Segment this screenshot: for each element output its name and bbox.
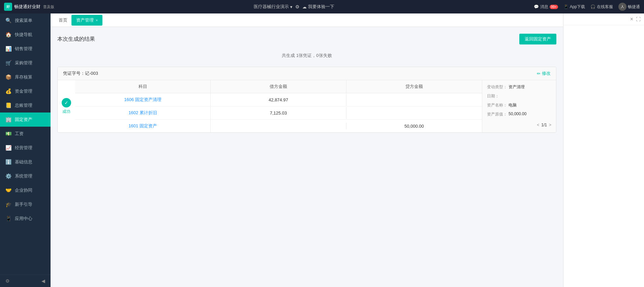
sidebar-item-guide[interactable]: 🎓 新手引导 (0, 197, 51, 212)
credit-cell-1 (346, 109, 482, 116)
checkmark-icon: ✓ (64, 100, 68, 105)
table-body: 1606 固定资产清理 42,874.97 1602 累计折旧 (75, 93, 482, 132)
subject-cell-2[interactable]: 1601 固定资产 (75, 120, 211, 132)
debit-value-0: 42,874.97 (269, 97, 288, 102)
online-service-label: 在线客服 (597, 4, 613, 10)
tab-home[interactable]: 首页 (56, 17, 70, 23)
edit-icon: ✏ (537, 71, 541, 76)
sidebar-label-ledger: 总账管理 (15, 102, 32, 108)
col-subject-label: 科目 (139, 84, 147, 89)
system-icon: ⚙️ (5, 173, 11, 179)
asset-value-value: 50,000.00 (509, 111, 526, 116)
experience-button[interactable]: ☁ 我要体验一下 (302, 4, 334, 10)
return-button[interactable]: 返回固定资产 (519, 34, 556, 44)
sidebar-item-search[interactable]: 🔍 搜索菜单 (0, 13, 51, 28)
summary-text: 共生成 1张凭证，0张失败 (282, 53, 332, 58)
header-left: 好 畅捷通好业财 普及版 (4, 3, 54, 11)
ledger-icon: 📒 (5, 102, 11, 108)
sidebar-label-operations: 经营管理 (15, 145, 32, 151)
sidebar-item-ledger[interactable]: 📒 总账管理 (0, 98, 51, 113)
page-indicator: 1/1 (541, 123, 547, 127)
table-row: 1601 固定资产 50,000.00 (75, 120, 482, 132)
edit-button[interactable]: ✏ 修改 (537, 70, 551, 76)
user-action[interactable]: 人 畅捷通 (618, 3, 640, 11)
sidebar-label-purchase: 采购管理 (15, 60, 32, 66)
cloud-icon: ☁ (302, 4, 307, 9)
sidebar-item-app-center[interactable]: 📱 应用中心 (0, 212, 51, 226)
tab-asset-mgmt[interactable]: 资产管理 × (71, 15, 102, 26)
sidebar-item-fixed-assets[interactable]: 🏢 固定资产 (0, 113, 51, 127)
edit-label: 修改 (542, 70, 551, 76)
credit-value-2: 50,000.00 (404, 124, 424, 129)
sidebar-collapse-icon[interactable]: ◀ (41, 278, 45, 284)
sidebar-label-guide: 新手引导 (15, 201, 32, 208)
content-area: 首页 资产管理 × 本次生成的结果 返回固定资产 共生成 1张凭证，0张失败 凭… (51, 13, 563, 287)
col-header-subject: 科目 (75, 80, 211, 93)
table-with-icon: ✓ 成功 科目 借方金额 (58, 80, 482, 132)
subject-cell-0[interactable]: 1606 固定资产清理 (75, 93, 211, 106)
pagination-row: < 1/1 > (487, 123, 551, 127)
sidebar-footer: ⚙ ◀ (0, 275, 51, 287)
panel-expand-button[interactable]: ⛶ (636, 17, 641, 22)
credit-cell-0 (346, 96, 482, 103)
debit-value-1: 7,125.03 (270, 110, 287, 116)
enterprise-icon: 🤝 (5, 187, 11, 193)
company-selector[interactable]: 医疗器械行业演示 ▾ (254, 4, 293, 10)
settings-icon[interactable]: ⚙ (295, 4, 300, 9)
subject-cell-1[interactable]: 1602 累计折旧 (75, 106, 211, 119)
sidebar-label-search: 搜索菜单 (15, 18, 32, 24)
prev-page-icon[interactable]: < (537, 123, 539, 127)
panel-close-button[interactable]: × (630, 16, 633, 22)
sidebar-label-inventory: 库存核算 (15, 74, 32, 80)
subject-value-2: 1601 固定资产 (128, 123, 157, 128)
sidebar-item-quick-nav[interactable]: 🏠 快捷导航 (0, 28, 51, 42)
col-debit-label: 借方金额 (270, 84, 287, 89)
summary-bar: 共生成 1张凭证，0张失败 (57, 50, 556, 61)
footer-settings-icon[interactable]: ⚙ (5, 278, 10, 284)
app-center-icon: 📱 (5, 216, 11, 222)
sidebar-item-finance[interactable]: 💰 资金管理 (0, 84, 51, 98)
sidebar-item-inventory[interactable]: 📦 库存核算 (0, 70, 51, 84)
sidebar-item-enterprise[interactable]: 🤝 企业协同 (0, 183, 51, 197)
change-type-row: 变动类型： 资产清理 (487, 84, 551, 90)
next-page-icon[interactable]: > (549, 123, 551, 127)
credit-cell-2: 50,000.00 (346, 120, 482, 132)
date-label: 日期： (487, 93, 499, 99)
main-layout: 🔍 搜索菜单 🏠 快捷导航 📊 销售管理 🛒 采购管理 📦 库存核算 💰 (0, 13, 644, 287)
sidebar-item-operations[interactable]: 📈 经营管理 (0, 141, 51, 155)
voucher-card: 凭证字号：记-003 ✏ 修改 ✓ (57, 67, 556, 133)
sidebar-label-quick-nav: 快捷导航 (15, 32, 32, 38)
table-row: 1606 固定资产清理 42,874.97 (75, 93, 482, 106)
avatar: 人 (618, 3, 626, 11)
detail-panel-header: × ⛶ (563, 13, 644, 25)
date-row: 日期： (487, 93, 551, 99)
page-content: 本次生成的结果 返回固定资产 共生成 1张凭证，0张失败 凭证字号：记-003 … (51, 27, 563, 287)
table-header: 科目 借方金额 贷方金额 (75, 80, 482, 93)
online-service-action[interactable]: 🎧 在线客服 (590, 4, 613, 10)
col-header-debit: 借方金额 (211, 80, 346, 93)
table-row: 1602 累计折旧 7,125.03 (75, 106, 482, 120)
logo-icon: 好 (4, 3, 12, 11)
change-type-label: 变动类型： (487, 84, 507, 90)
debit-cell-0: 42,874.97 (211, 94, 346, 106)
right-panel: 变动类型： 资产清理 日期： 资产名称： 电脑 资产原值： (482, 80, 556, 132)
sidebar-label-fixed-assets: 固定资产 (15, 117, 32, 123)
change-type-value: 资产清理 (509, 84, 525, 90)
chevron-down-icon: ▾ (290, 4, 293, 9)
message-badge: 99+ (550, 5, 558, 9)
sidebar-item-purchase[interactable]: 🛒 采购管理 (0, 56, 51, 70)
sidebar-item-payroll[interactable]: 💵 工资 (0, 127, 51, 141)
message-action[interactable]: 💬 消息 99+ (534, 4, 558, 10)
app-download-action[interactable]: 📱 App下载 (563, 4, 585, 10)
col-header-credit: 贷方金额 (346, 80, 482, 93)
voucher-header: 凭证字号：记-003 ✏ 修改 (58, 67, 556, 80)
sidebar-label-sales: 销售管理 (15, 46, 32, 52)
header-right: 💬 消息 99+ 📱 App下载 🎧 在线客服 人 畅捷通 (534, 3, 640, 11)
sidebar-item-system[interactable]: ⚙️ 系统管理 (0, 169, 51, 183)
sidebar-item-sales[interactable]: 📊 销售管理 (0, 42, 51, 56)
tab-close-icon[interactable]: × (96, 18, 98, 22)
sidebar-label-basic-info: 基础信息 (15, 159, 32, 165)
edition-badge: 普及版 (43, 4, 54, 9)
sidebar-item-basic-info[interactable]: ℹ️ 基础信息 (0, 155, 51, 169)
company-name: 医疗器械行业演示 (254, 4, 289, 10)
